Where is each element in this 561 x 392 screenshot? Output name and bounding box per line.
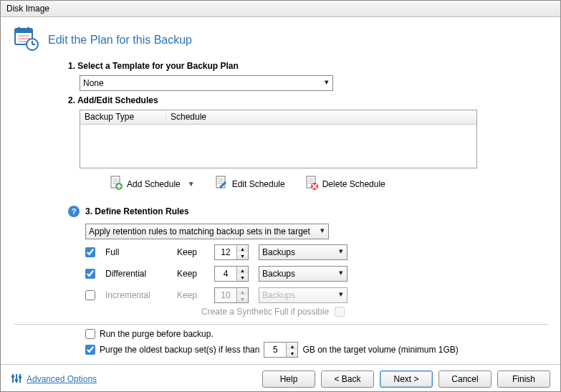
incr-label: Incremental	[105, 290, 167, 300]
col-schedule: Schedule	[166, 110, 476, 124]
svg-rect-1	[15, 29, 32, 33]
spinner-up-icon[interactable]: ▲	[237, 267, 248, 274]
incr-checkbox[interactable]	[85, 290, 95, 300]
purge-oldest-prefix: Purge the oldest backup set(s) if less t…	[100, 345, 259, 355]
full-unit-select[interactable]: Backups	[259, 244, 347, 260]
spinner-down-icon[interactable]: ▼	[287, 350, 297, 357]
spinner-up-icon[interactable]: ▲	[287, 343, 297, 350]
keep-label-diff: Keep	[177, 269, 204, 279]
rule-diff: Differential Keep ▲▼ Backups	[85, 265, 547, 282]
button-row: Help < Back Next > Cancel Finish	[262, 371, 550, 388]
document-add-icon	[110, 176, 123, 192]
spinner-down-icon: ▼	[237, 295, 248, 302]
add-schedule-label: Add Schedule	[127, 179, 181, 189]
document-edit-icon	[215, 176, 228, 192]
window-title: Disk Image	[6, 4, 49, 14]
edit-schedule-label: Edit Schedule	[232, 179, 285, 189]
finish-button[interactable]: Finish	[497, 371, 550, 388]
table-header: Backup Type Schedule	[80, 110, 476, 125]
cancel-button[interactable]: Cancel	[438, 371, 492, 388]
synthetic-row: Create a Synthetic Full if possible	[201, 307, 547, 317]
synthetic-checkbox	[335, 307, 345, 317]
sliders-icon	[11, 373, 22, 386]
diff-value[interactable]	[215, 267, 236, 281]
full-label: Full	[105, 247, 167, 257]
diff-label: Differential	[105, 269, 167, 279]
svg-rect-33	[19, 376, 21, 378]
purge-oldest-row: Purge the oldest backup set(s) if less t…	[85, 342, 547, 358]
retention-apply-wrap: Apply retention rules to matching backup…	[85, 224, 329, 239]
section-2-label: 2. Add/Edit Schedules	[68, 95, 547, 105]
svg-rect-31	[11, 376, 14, 378]
chevron-down-icon: ▼	[188, 180, 195, 188]
full-value[interactable]	[215, 245, 236, 259]
spinner-up-icon: ▲	[237, 288, 248, 295]
add-schedule-button[interactable]: Add Schedule ▼	[110, 176, 195, 192]
svg-rect-3	[27, 27, 29, 32]
next-button[interactable]: Next >	[380, 371, 433, 388]
document-delete-icon	[305, 176, 318, 192]
back-button[interactable]: < Back	[321, 371, 374, 388]
incr-unit-select: Backups	[259, 287, 347, 303]
purge-before-label: Run the purge before backup.	[100, 329, 214, 339]
full-checkbox[interactable]	[85, 247, 95, 257]
section-3-label: 3. Define Retention Rules	[85, 206, 189, 216]
advanced-options-link[interactable]: Advanced Options	[11, 373, 97, 386]
header: Edit the Plan for this Backup	[14, 26, 547, 54]
synthetic-label: Create a Synthetic Full if possible	[201, 307, 329, 317]
page-title: Edit the Plan for this Backup	[48, 34, 192, 47]
purge-before-checkbox[interactable]	[85, 329, 95, 339]
purge-gb-value[interactable]	[264, 343, 286, 357]
svg-rect-32	[15, 379, 18, 381]
template-select-wrap: None	[80, 75, 333, 91]
rule-incr: Incremental Keep ▲▼ Backups	[85, 287, 547, 304]
delete-schedule-button[interactable]: Delete Schedule	[305, 176, 385, 192]
spinner-down-icon[interactable]: ▼	[237, 274, 248, 281]
incr-spinner: ▲▼	[214, 287, 249, 303]
divider	[14, 324, 547, 325]
purge-oldest-suffix: GB on the target volume (minimum 1GB)	[302, 345, 458, 355]
titlebar: Disk Image	[1, 1, 560, 17]
purge-gb-spinner: ▲▼	[264, 342, 298, 358]
help-button[interactable]: Help	[262, 371, 315, 388]
incr-value	[215, 288, 236, 302]
diff-spinner: ▲▼	[214, 266, 249, 282]
template-select[interactable]: None	[80, 75, 333, 91]
diff-unit-select[interactable]: Backups	[259, 266, 347, 282]
schedule-buttons: Add Schedule ▼ Edit Schedule Delete Sche…	[110, 176, 547, 192]
svg-rect-2	[18, 27, 20, 32]
purge-oldest-checkbox[interactable]	[85, 345, 95, 355]
spinner-up-icon[interactable]: ▲	[237, 245, 248, 252]
calendar-clock-icon	[14, 26, 39, 54]
help-icon[interactable]: ?	[68, 206, 80, 217]
keep-label-full: Keep	[177, 247, 204, 257]
retention-apply-select[interactable]: Apply retention rules to matching backup…	[85, 224, 329, 239]
advanced-options-label: Advanced Options	[27, 374, 97, 384]
dialog-window: Disk Image Edit the Plan for this Backup…	[0, 0, 561, 392]
col-backup-type: Backup Type	[80, 110, 166, 124]
full-spinner: ▲▼	[214, 244, 249, 260]
content-area: Edit the Plan for this Backup 1. Select …	[1, 17, 560, 360]
section-3-header: ? 3. Define Retention Rules	[68, 202, 547, 221]
section-1-label: 1. Select a Template for your Backup Pla…	[68, 61, 547, 71]
keep-label-incr: Keep	[177, 290, 204, 300]
edit-schedule-button[interactable]: Edit Schedule	[215, 176, 285, 192]
delete-schedule-label: Delete Schedule	[322, 179, 385, 189]
purge-before-row: Run the purge before backup.	[85, 329, 547, 339]
diff-checkbox[interactable]	[85, 269, 95, 279]
rule-full: Full Keep ▲▼ Backups	[85, 244, 547, 261]
spinner-down-icon[interactable]: ▼	[237, 252, 248, 259]
schedule-table[interactable]: Backup Type Schedule	[80, 110, 477, 168]
footer: Advanced Options Help < Back Next > Canc…	[1, 364, 560, 392]
